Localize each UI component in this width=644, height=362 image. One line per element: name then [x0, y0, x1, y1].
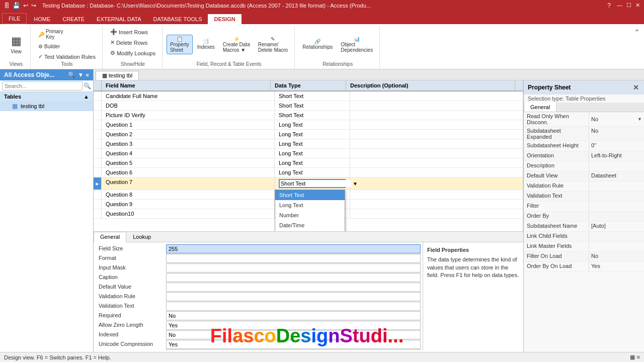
cell-description[interactable]: [350, 139, 523, 148]
relationships-button[interactable]: 🔗 Relationships: [299, 37, 336, 51]
close-btn[interactable]: ✕: [635, 2, 640, 9]
fp-value[interactable]: [166, 273, 421, 282]
table-row[interactable]: Candidate Full NameShort Text: [94, 92, 523, 101]
cell-fieldname[interactable]: DOB: [102, 101, 275, 110]
cell-fieldname[interactable]: Question 5: [102, 158, 275, 167]
cell-description[interactable]: [350, 209, 523, 218]
fp-value[interactable]: Yes: [166, 321, 421, 330]
cell-datatype[interactable]: Short Text: [275, 92, 350, 101]
table-row[interactable]: Question 3Long Text: [94, 139, 523, 149]
tab-home[interactable]: HOME: [28, 14, 56, 24]
cell-description[interactable]: [350, 168, 523, 177]
quick-access-undo[interactable]: ↩: [23, 2, 28, 9]
cell-fieldname[interactable]: Question 4: [102, 149, 275, 158]
cell-fieldname[interactable]: Question10: [102, 209, 275, 218]
tab-external-data[interactable]: EXTERNAL DATA: [91, 14, 147, 24]
cell-datatype[interactable]: ▼Short TextLong TextNumberDate/TimeCurre…: [275, 177, 350, 190]
ps-dropdown-arrow[interactable]: ▼: [637, 117, 642, 122]
status-design-view-icon[interactable]: ▦: [630, 354, 635, 360]
cell-fieldname[interactable]: Candidate Full Name: [102, 92, 275, 101]
datatype-dropdown-arrow[interactable]: ▼: [351, 181, 359, 187]
table-row[interactable]: DOBShort Text: [94, 101, 523, 111]
fp-tab-general[interactable]: General: [94, 232, 126, 242]
fp-value[interactable]: No: [166, 311, 421, 320]
nav-search-icon[interactable]: 🔍: [68, 71, 75, 78]
cell-description[interactable]: [350, 130, 523, 139]
quick-access-redo[interactable]: ↪: [31, 2, 36, 9]
minimize-btn[interactable]: —: [617, 2, 622, 9]
delete-rows-button[interactable]: ✕ Delete Rows: [107, 38, 159, 47]
cell-description[interactable]: [350, 111, 523, 120]
tab-design[interactable]: DESIGN: [208, 14, 241, 24]
nav-collapse-icon[interactable]: «: [86, 71, 89, 78]
fp-value[interactable]: [166, 283, 421, 292]
property-sheet-button[interactable]: 📋 PropertySheet: [167, 35, 193, 54]
nav-search-btn[interactable]: 🔍: [84, 82, 91, 89]
ps-value[interactable]: No▼: [589, 112, 644, 126]
cell-fieldname[interactable]: Question 2: [102, 130, 275, 139]
cell-description[interactable]: [350, 190, 523, 199]
nav-menu-icon[interactable]: ▼: [77, 71, 84, 78]
cell-datatype[interactable]: Long Text: [275, 139, 350, 148]
dropdown-item[interactable]: Number: [275, 210, 345, 220]
tab-database-tools[interactable]: DATABASE TOOLS: [147, 14, 208, 24]
table-row[interactable]: Question 4Long Text: [94, 149, 523, 158]
fp-value[interactable]: No: [166, 330, 421, 339]
dropdown-item[interactable]: Currency: [275, 230, 345, 231]
ps-tab-general[interactable]: General: [524, 103, 556, 112]
fp-value[interactable]: No Control: [166, 349, 421, 350]
cell-datatype[interactable]: Long Text: [275, 149, 350, 158]
cell-fieldname[interactable]: Question 9: [102, 200, 275, 209]
table-row[interactable]: Picture ID VerifyShort Text: [94, 111, 523, 120]
table-row[interactable]: ►Question 7▼Short TextLong TextNumberDat…: [94, 177, 523, 190]
cell-datatype[interactable]: Short Text: [275, 101, 350, 110]
fp-value[interactable]: [166, 254, 421, 263]
cell-description[interactable]: [350, 120, 523, 129]
cell-description[interactable]: [350, 158, 523, 167]
test-validation-button[interactable]: ✓ Test Validation Rules: [35, 52, 99, 61]
datatype-input[interactable]: [280, 180, 351, 187]
cell-description[interactable]: [350, 92, 523, 101]
fp-value[interactable]: Yes: [166, 340, 421, 349]
nav-section-header[interactable]: Tables ▲: [0, 92, 93, 101]
cell-fieldname[interactable]: Picture ID Verify: [102, 111, 275, 120]
dropdown-item[interactable]: Date/Time: [275, 220, 345, 230]
cell-fieldname[interactable]: Question 6: [102, 168, 275, 177]
rename-delete-macro-button[interactable]: ✎ Rename/Delete Macro: [255, 35, 291, 54]
indexes-button[interactable]: 📑 Indexes: [194, 37, 218, 51]
cell-datatype[interactable]: Long Text: [275, 120, 350, 129]
table-row[interactable]: Question 2Long Text: [94, 130, 523, 139]
doc-tab-testing[interactable]: ▦ testing tbl: [96, 71, 139, 80]
object-dependencies-button[interactable]: 📊 ObjectDependencies: [337, 35, 376, 54]
fp-value[interactable]: [166, 292, 421, 301]
cell-datatype[interactable]: Long Text: [275, 168, 350, 177]
cell-description[interactable]: [350, 149, 523, 158]
nav-item-testing-tbl[interactable]: ▦ testing tbl: [0, 101, 93, 111]
status-datasheet-icon[interactable]: ≡: [637, 354, 640, 360]
table-row[interactable]: Question 1Long Text: [94, 120, 523, 130]
modify-lookups-button[interactable]: ⚙ Modify Lookups: [107, 48, 159, 58]
dropdown-item[interactable]: Long Text: [275, 200, 345, 210]
fp-value[interactable]: [166, 263, 421, 273]
nav-search-input[interactable]: [2, 81, 83, 90]
quick-access-save[interactable]: 💾: [13, 2, 20, 9]
create-data-macros-button[interactable]: ⚡ Create DataMacros ▼: [219, 35, 254, 54]
cell-description[interactable]: [350, 101, 523, 110]
table-row[interactable]: Question 6Long Text: [94, 168, 523, 177]
cell-fieldname[interactable]: Question 7: [102, 177, 275, 190]
primary-key-button[interactable]: 🔑 PrimaryKey: [35, 27, 99, 41]
builder-button[interactable]: ⚙ Builder: [35, 42, 99, 51]
cell-description[interactable]: [350, 177, 523, 190]
fp-tab-lookup[interactable]: Lookup: [126, 232, 157, 242]
view-button[interactable]: ▦ View: [5, 33, 27, 56]
ps-close-btn[interactable]: ✕: [632, 83, 640, 92]
cell-datatype[interactable]: Long Text: [275, 130, 350, 139]
help-icon[interactable]: ?: [607, 2, 611, 9]
cell-datatype[interactable]: Short Text: [275, 111, 350, 120]
insert-rows-button[interactable]: ➕ Insert Rows: [107, 27, 159, 37]
dropdown-item[interactable]: Short Text: [275, 190, 345, 200]
cell-datatype[interactable]: Long Text: [275, 158, 350, 167]
table-body[interactable]: Candidate Full NameShort TextDOBShort Te…: [94, 92, 523, 231]
tab-create[interactable]: CREATE: [56, 14, 91, 24]
fp-value[interactable]: 255: [166, 244, 421, 253]
